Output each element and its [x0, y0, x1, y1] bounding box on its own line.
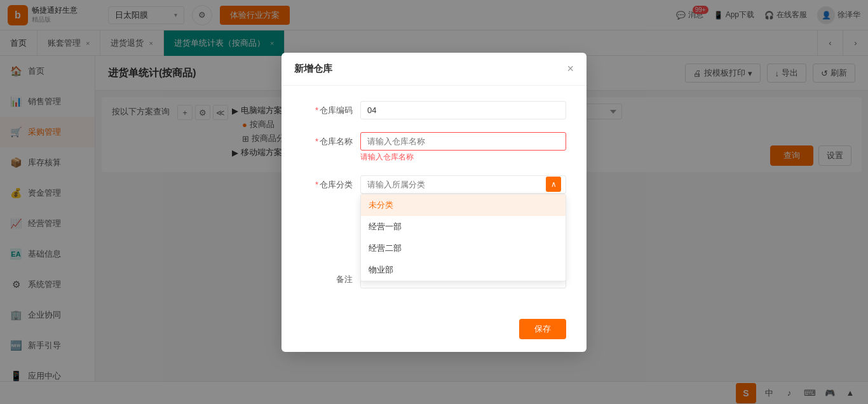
- dropdown-item-property[interactable]: 物业部: [361, 259, 566, 281]
- modal-body: 仓库编码 仓库名称 请输入仓库名称 仓库分类 ∧: [281, 86, 587, 311]
- name-form-row: 仓库名称 请输入仓库名称: [302, 132, 566, 163]
- note-label: 备注: [302, 270, 353, 285]
- modal-title: 新增仓库: [294, 63, 332, 75]
- code-input[interactable]: [360, 101, 566, 119]
- name-label: 仓库名称: [302, 132, 353, 147]
- category-select-wrap: ∧: [360, 175, 566, 194]
- save-button[interactable]: 保存: [519, 319, 566, 339]
- name-error-msg: 请输入仓库名称: [360, 152, 566, 163]
- dropdown-item-dept2[interactable]: 经营二部: [361, 238, 566, 259]
- modal-footer: 保存: [281, 311, 587, 352]
- add-warehouse-modal: 新增仓库 × 仓库编码 仓库名称 请输入仓库名称 仓库分类: [281, 53, 587, 352]
- category-input[interactable]: [360, 175, 566, 194]
- dropdown-item-uncategorized[interactable]: 未分类: [361, 194, 566, 216]
- category-toggle-btn[interactable]: ∧: [546, 177, 561, 192]
- code-label: 仓库编码: [302, 101, 353, 116]
- modal-close-button[interactable]: ×: [567, 63, 574, 74]
- dropdown-item-dept1[interactable]: 经营一部: [361, 216, 566, 238]
- category-form-row: 仓库分类 ∧ 未分类 经营一部 经营二部 物业部: [302, 175, 566, 194]
- category-dropdown: 未分类 经营一部 经营二部 物业部: [360, 194, 566, 281]
- code-form-row: 仓库编码: [302, 101, 566, 119]
- category-label: 仓库分类: [302, 175, 353, 191]
- modal-overlay: 新增仓库 × 仓库编码 仓库名称 请输入仓库名称 仓库分类: [0, 0, 868, 404]
- modal-header: 新增仓库 ×: [281, 53, 587, 86]
- name-input[interactable]: [360, 132, 566, 151]
